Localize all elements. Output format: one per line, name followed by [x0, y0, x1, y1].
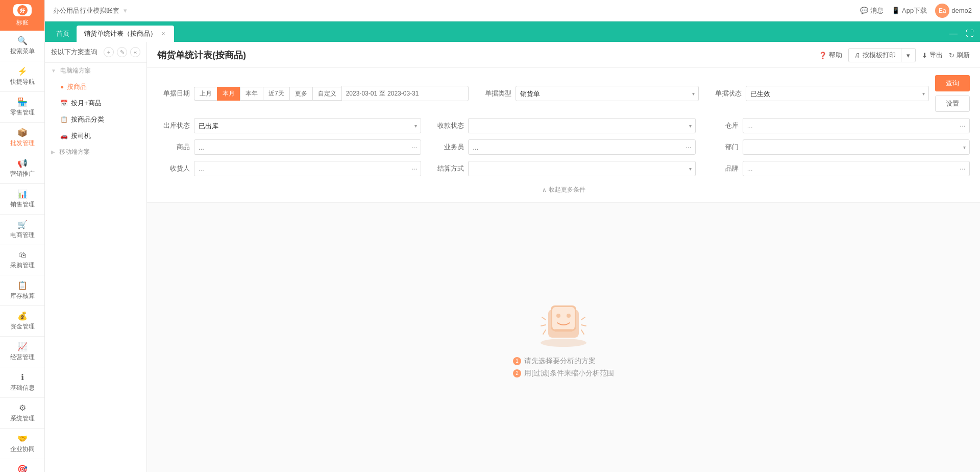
doc-type-select[interactable]: 销货单	[516, 86, 699, 101]
doc-status-select[interactable]: 已生效	[746, 86, 929, 101]
salesman-dots[interactable]: ···	[685, 143, 692, 151]
tab-bar-right: — ⛶	[947, 28, 976, 42]
refresh-btn[interactable]: ↻ 刷新	[949, 51, 970, 60]
help-label: 帮助	[829, 51, 842, 60]
sidebar-item-wholesale[interactable]: 📦 批发管理	[0, 123, 44, 153]
help-btn[interactable]: ❓ 帮助	[819, 51, 842, 60]
dept-control: ▾	[743, 139, 970, 155]
tab-expand-btn[interactable]: ⛶	[964, 28, 976, 40]
sidebar-item-marketing[interactable]: 📢 营销推广	[0, 153, 44, 184]
tree-item-by-category[interactable]: 📋 按商品分类	[45, 111, 146, 128]
receiver-dots[interactable]: ···	[411, 164, 418, 173]
date-btn-thismonth[interactable]: 本月	[217, 87, 240, 101]
print-btn[interactable]: 🖨 按模板打印	[849, 49, 901, 62]
sidebar-item-system[interactable]: ⚙ 系统管理	[0, 398, 44, 429]
salesman-input[interactable]	[468, 139, 695, 155]
date-start: 2023-03-01	[346, 90, 377, 97]
add-scheme-btn[interactable]: +	[104, 47, 114, 57]
out-status-control: 已出库 ▾	[194, 118, 421, 133]
by-month-goods-icon: 📅	[60, 100, 68, 107]
svg-point-2	[541, 339, 586, 347]
refresh-label: 刷新	[957, 51, 970, 60]
date-filter-control: 上月 本月 本年 近7天 更多 自定义 2023-03-01 至 2023-03…	[194, 86, 469, 101]
sidebar-item-corp[interactable]: 🤝 企业协同	[0, 429, 44, 459]
edit-scheme-btn[interactable]: ✎	[117, 47, 127, 57]
tab-close-btn[interactable]: ×	[160, 30, 167, 37]
page-header: 销货单统计表(按商品) ❓ 帮助 🖨 按模板打印 ▾ ⬇	[147, 42, 980, 68]
sidebar-item-guide[interactable]: 🎯 新手引导	[0, 459, 44, 472]
by-month-goods-label: 按月+商品	[71, 99, 102, 108]
settle-label: 结算方式	[431, 164, 468, 173]
doc-type-label: 单据类型	[479, 89, 516, 98]
tab-minimize-btn[interactable]: —	[947, 28, 960, 40]
export-btn[interactable]: ⬇ 导出	[922, 51, 943, 60]
left-panel-title: 按以下方案查询	[51, 48, 97, 57]
warehouse-dots[interactable]: ···	[960, 122, 966, 130]
sidebar-baseinfo-label: 基础信息	[10, 384, 35, 392]
date-btn-lastmonth[interactable]: 上月	[194, 87, 217, 101]
tab-active[interactable]: 销货单统计表（按商品） ×	[77, 26, 174, 42]
setup-button[interactable]: 设置	[935, 96, 970, 112]
brand-dots[interactable]: ···	[960, 164, 966, 173]
guide-icon: 🎯	[17, 464, 28, 472]
user-label: demo2	[951, 7, 972, 14]
query-button[interactable]: 查询	[935, 75, 970, 91]
app-download-btn[interactable]: 📱 App下载	[892, 6, 927, 15]
tree-item-by-driver[interactable]: 🚗 按司机	[45, 128, 146, 144]
tree-item-by-goods[interactable]: ● 按商品	[45, 79, 146, 95]
baseinfo-icon: ℹ	[21, 372, 24, 382]
warehouse-input[interactable]	[743, 118, 970, 133]
dept-select[interactable]	[743, 139, 970, 155]
collapse-row[interactable]: ∧ 收起更多条件	[157, 182, 970, 195]
desktop-section-arrow: ▼	[51, 68, 56, 74]
avatar: Ea	[935, 4, 949, 18]
collapse-label: 收起更多条件	[549, 185, 585, 194]
step2-text: 用[过滤]条件来缩小分析范围	[524, 369, 614, 378]
brand-input[interactable]	[743, 161, 970, 176]
date-btn-thisyear[interactable]: 本年	[240, 87, 263, 101]
settle-select[interactable]	[468, 161, 695, 176]
goods-dots[interactable]: ···	[411, 143, 418, 151]
filter-row-4: 收货人 ··· 结算方式 ▾ 品牌 ··	[157, 161, 970, 176]
sidebar-item-ecom[interactable]: 🛒 电商管理	[0, 215, 44, 245]
messages-btn[interactable]: 💬 消息	[860, 6, 884, 15]
date-btn-7days[interactable]: 近7天	[263, 87, 289, 101]
collapse-panel-btn[interactable]: «	[130, 47, 140, 57]
svg-rect-8	[554, 329, 573, 332]
date-btn-custom[interactable]: 自定义	[312, 87, 341, 101]
pay-status-select[interactable]	[468, 118, 695, 133]
date-btn-more[interactable]: 更多	[289, 87, 312, 101]
svg-rect-5	[552, 307, 575, 329]
wholesale-icon: 📦	[17, 128, 28, 137]
system-icon: ⚙	[19, 403, 26, 413]
sidebar-item-inventory[interactable]: 📋 库存核算	[0, 275, 44, 306]
doc-status-label: 单据状态	[709, 89, 746, 98]
goods-control: ···	[194, 139, 421, 155]
tab-home[interactable]: 首页	[49, 26, 77, 42]
sidebar-item-quicknav[interactable]: ⚡ 快捷导航	[0, 61, 44, 92]
receiver-label: 收货人	[157, 164, 194, 173]
empty-step-1: 1 请先选择要分析的方案	[513, 357, 614, 366]
sidebar-ecom-label: 电商管理	[10, 231, 35, 240]
print-dropdown-btn[interactable]: ▾	[901, 50, 915, 61]
receiver-input[interactable]	[194, 161, 421, 176]
sidebar-item-operations[interactable]: 📈 经营管理	[0, 337, 44, 367]
sidebar-item-baseinfo[interactable]: ℹ 基础信息	[0, 367, 44, 398]
doc-status-control: 已生效 ▾	[746, 86, 929, 101]
sidebar-item-search[interactable]: 🔍 搜索菜单	[0, 31, 44, 61]
goods-input[interactable]	[194, 139, 421, 155]
tree-section-desktop: ▼ 电脑端方案	[45, 63, 146, 79]
date-range[interactable]: 2023-03-01 至 2023-03-31	[341, 86, 469, 101]
empty-steps: 1 请先选择要分析的方案 2 用[过滤]条件来缩小分析范围	[513, 357, 614, 378]
main-area: 办公用品行业模拟账套 ▾ 💬 消息 📱 App下载 Ea demo2 首页	[45, 0, 980, 472]
sidebar-item-purchase[interactable]: 🛍 采购管理	[0, 245, 44, 275]
by-category-icon: 📋	[60, 116, 68, 123]
out-status-select[interactable]: 已出库	[194, 118, 421, 133]
tree-item-by-month-goods[interactable]: 📅 按月+商品	[45, 95, 146, 111]
ecom-icon: 🛒	[17, 220, 28, 229]
marketing-icon: 📢	[17, 158, 28, 168]
sidebar-item-retail[interactable]: 🏪 零售管理	[0, 92, 44, 123]
sidebar-item-sales[interactable]: 📊 销售管理	[0, 184, 44, 215]
sidebar-item-finance[interactable]: 💰 资金管理	[0, 306, 44, 337]
user-menu[interactable]: Ea demo2	[935, 4, 972, 18]
